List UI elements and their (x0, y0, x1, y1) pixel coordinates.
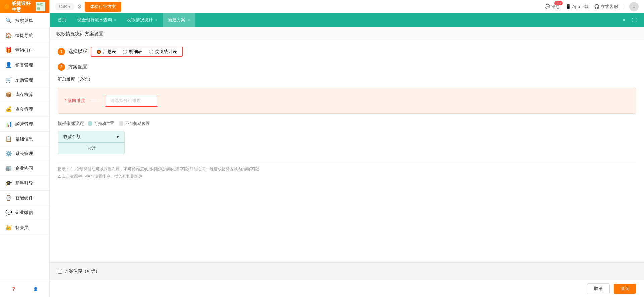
user-initial: U (633, 5, 635, 9)
tab-new-plan-close-icon[interactable]: × (187, 18, 190, 22)
tab-home-label: 首页 (58, 17, 66, 23)
sidebar-label-enterprise: 企业协同 (15, 165, 33, 171)
header-divider (624, 4, 624, 9)
settings-icon[interactable]: ⚙ (77, 3, 82, 10)
sidebar-item-sales[interactable]: 👤 销售管理 (0, 58, 49, 72)
step2-title: 方案配置 (68, 64, 87, 70)
vertical-dim-label: * 纵向维度 (65, 98, 85, 104)
tab-close-btn[interactable]: × (621, 17, 627, 23)
radio-summary[interactable]: 汇总表 (97, 49, 116, 55)
step1-header: 1 选择模板 汇总表 明细表 交叉统计表 (58, 47, 636, 57)
message-icon: 💬 (545, 4, 550, 9)
template-select-box: 汇总表 明细表 交叉统计表 (91, 47, 183, 57)
service-label: 在线客服 (601, 4, 618, 10)
main-content: CaR ▾ ⚙ 体验行业方案 💬 消息 99+ 📱 App下载 🎧 在线客服 U (50, 0, 644, 297)
sidebar-item-inventory[interactable]: 📦 库存核算 (0, 87, 49, 102)
sidebar-item-quick-nav[interactable]: 🏠 快捷导航 (0, 28, 49, 43)
radio-cross[interactable]: 交叉统计表 (149, 49, 177, 55)
step2-badge: 2 (58, 63, 65, 71)
sidebar-item-member[interactable]: 👑 畅会员 (0, 220, 49, 235)
download-item[interactable]: 📱 App下载 (566, 4, 589, 10)
indicator-header-chevron-icon: ▾ (117, 134, 119, 139)
sidebar-label-marketing: 营销推广 (15, 47, 33, 53)
sidebar-icon-system: ⚙️ (5, 150, 12, 157)
draggable-dot (88, 121, 92, 126)
sidebar-icon-sales: 👤 (5, 62, 12, 68)
sidebar-label-system: 系统管理 (15, 151, 33, 157)
sidebar-label-member: 畅会员 (15, 225, 29, 231)
sidebar-icon-quick-nav: 🏠 (5, 32, 12, 39)
sidebar-item-newbie[interactable]: 🎓 新手引导 (0, 176, 49, 191)
save-checkbox[interactable] (58, 269, 62, 274)
sidebar-item-enterprise[interactable]: 🏢 企业协同 (0, 161, 49, 176)
tab-receipt-label: 收款情况统计 (127, 17, 153, 23)
sidebar-label-inventory: 库存核算 (15, 92, 33, 98)
tab-receipt[interactable]: 收款情况统计 × (121, 13, 162, 27)
tab-cashflow[interactable]: 现金银行流水查询 × (72, 13, 121, 27)
radio-detail-label: 明细表 (129, 49, 142, 55)
sidebar-bottom-help[interactable]: ❓ (11, 287, 16, 291)
sidebar-item-operations[interactable]: 📊 经营管理 (0, 117, 49, 132)
summary-dim-title-text: 汇总维度（必选） (58, 77, 93, 82)
sidebar-item-purchase[interactable]: 🛒 采购管理 (0, 72, 49, 87)
sidebar-label-operations: 经营管理 (15, 121, 33, 127)
save-option: 方案保存（可选） (50, 262, 644, 280)
sidebar-icon-operations: 📊 (5, 121, 12, 127)
sidebar-bottom: ❓ 👤 (0, 281, 49, 297)
radio-summary-label: 汇总表 (103, 49, 116, 55)
sidebar-item-finance[interactable]: 💰 资金管理 (0, 102, 49, 117)
sidebar-item-search-menu[interactable]: 🔍 搜索菜单 (0, 13, 49, 28)
radio-summary-input[interactable] (97, 50, 101, 54)
query-button[interactable]: 查询 (614, 284, 636, 294)
tab-new-plan[interactable]: 新建方案 × (163, 13, 195, 27)
radio-detail[interactable]: 明细表 (123, 49, 142, 55)
cancel-button[interactable]: 取消 (587, 283, 610, 294)
notification-item[interactable]: 💬 消息 99+ (545, 4, 560, 10)
non-draggable-legend: 不可拖动位置 (119, 121, 150, 127)
indicator-settings: 模板指标设定 可拖动位置 不可拖动位置 (58, 120, 636, 155)
top-header: CaR ▾ ⚙ 体验行业方案 💬 消息 99+ 📱 App下载 🎧 在线客服 U (50, 0, 644, 13)
tab-bar: 首页 现金银行流水查询 × 收款情况统计 × 新建方案 × × ⛶ (50, 13, 644, 27)
app-logo-icon: 🟠 (4, 4, 10, 9)
step1-section: 1 选择模板 汇总表 明细表 交叉统计表 (58, 47, 636, 57)
tab-receipt-close-icon[interactable]: × (155, 18, 157, 22)
sidebar-bottom-user[interactable]: 👤 (33, 287, 38, 291)
sidebar-item-system[interactable]: ⚙️ 系统管理 (0, 146, 49, 161)
sidebar: 🟠 畅捷通好生意 标准版 🔍 搜索菜单 🏠 快捷导航 🎁 营销推广 👤 销售管理… (0, 0, 50, 297)
bottom-action-bar: 取消 查询 (50, 280, 644, 297)
tip-line-1: 提示： 1. 拖动标题栏可以调整布局，不可跨维度或指标区域拖动栏目字段(只能在同… (58, 166, 636, 172)
sidebar-label-search-menu: 搜索菜单 (15, 18, 33, 24)
non-draggable-label: 不可拖动位置 (125, 121, 150, 127)
sidebar-icon-inventory: 📦 (5, 91, 12, 98)
indicator-table: 收款金额 ▾ 合计 (58, 131, 125, 154)
tab-home[interactable]: 首页 (52, 13, 72, 27)
sidebar-item-marketing[interactable]: 🎁 营销推广 (0, 43, 49, 58)
tab-expand-btn[interactable]: ⛶ (630, 17, 639, 23)
header-right: 💬 消息 99+ 📱 App下载 🎧 在线客服 U (545, 2, 639, 11)
service-item[interactable]: 🎧 在线客服 (594, 4, 618, 10)
breadcrumb-text: CaR (59, 4, 67, 9)
sidebar-icon-marketing: 🎁 (5, 47, 12, 53)
config-body: 1 选择模板 汇总表 明细表 交叉统计表 (50, 40, 644, 262)
indicator-legend: 可拖动位置 不可拖动位置 (88, 121, 150, 127)
sidebar-icon-newbie: 🎓 (5, 180, 12, 186)
avatar[interactable]: U (629, 2, 639, 11)
sidebar-label-wechat: 企业微信 (15, 210, 33, 216)
dimension-select[interactable]: 请选择分组维度 (105, 95, 158, 107)
sidebar-label-purchase: 采购管理 (15, 77, 33, 83)
sidebar-item-smart-hw[interactable]: ⌚ 智能硬件 (0, 191, 49, 205)
tips-area: 提示： 1. 拖动标题栏可以调整布局，不可跨维度或指标区域拖动栏目字段(只能在同… (58, 162, 636, 185)
save-option-label: 方案保存（可选） (65, 268, 100, 274)
non-draggable-dot (119, 121, 123, 126)
summary-dim-title: 汇总维度（必选） (58, 76, 636, 84)
sidebar-icon-purchase: 🛒 (5, 77, 12, 83)
step1-badge: 1 (58, 48, 65, 55)
radio-detail-input[interactable] (123, 50, 127, 54)
industry-btn[interactable]: 体验行业方案 (85, 2, 121, 12)
tab-cashflow-label: 现金银行流水查询 (77, 17, 112, 23)
sidebar-item-wechat[interactable]: 💬 企业微信 (0, 205, 49, 220)
radio-cross-input[interactable] (149, 50, 153, 54)
tip-line-2: 2. 点击标题栏下拉可设置排序、插入列和删除列 (58, 174, 636, 179)
tab-cashflow-close-icon[interactable]: × (114, 18, 116, 22)
sidebar-item-base-info[interactable]: 📋 基础信息 (0, 132, 49, 146)
